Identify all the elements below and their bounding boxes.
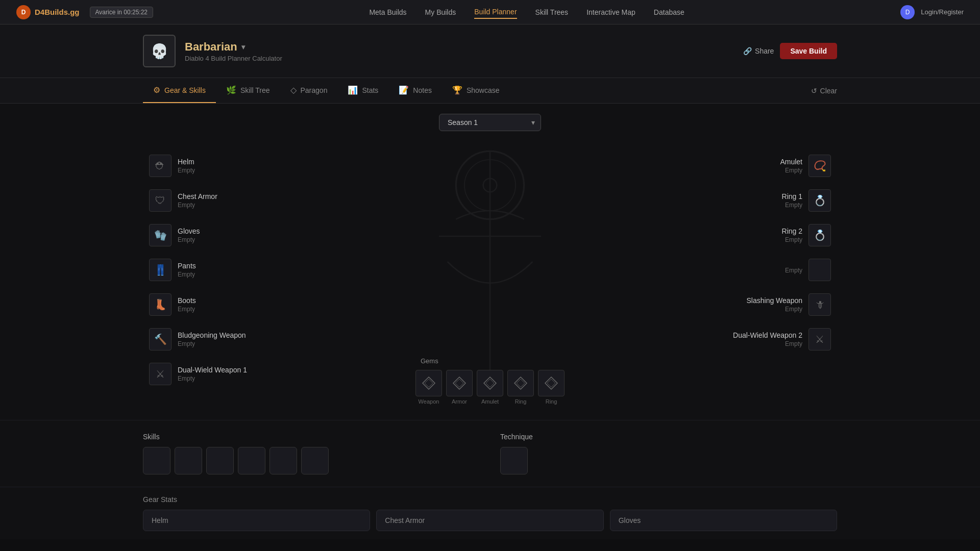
amulet-name: Amulet — [780, 158, 802, 166]
gem-amulet-label: Amulet — [481, 398, 499, 405]
character-subtitle: Diablo 4 Build Planner Calculator — [185, 55, 282, 62]
tab-stats[interactable]: 📊 Stats — [337, 78, 388, 103]
link-icon: 🔗 — [743, 47, 752, 55]
paragon-icon: ◇ — [290, 85, 297, 95]
gear-stats-title: Gear Stats — [143, 495, 837, 504]
tabs: ⚙ Gear & Skills 🌿 Skill Tree ◇ Paragon 📊… — [143, 78, 510, 103]
clear-icon: ↺ — [811, 87, 817, 95]
slot-gloves[interactable]: 🧤 Gloves Empty — [143, 219, 276, 252]
gem-amulet[interactable]: Amulet — [477, 370, 503, 405]
login-link[interactable]: Login/Register — [921, 8, 964, 16]
slot-helm[interactable]: ⛑ Helm Empty — [143, 149, 276, 182]
slot-amulet[interactable]: Amulet Empty 📿 — [704, 149, 837, 182]
notes-icon: 📝 — [399, 85, 409, 95]
stats-icon: 📊 — [348, 85, 358, 95]
gem-armor-label: Armor — [452, 398, 467, 405]
slot-bludgeoning-weapon[interactable]: 🔨 Bludgeoning Weapon Empty — [143, 323, 276, 356]
nav-build-planner[interactable]: Build Planner — [474, 6, 517, 19]
gem-weapon-label: Weapon — [419, 398, 439, 405]
bludgeoning-weapon-icon: 🔨 — [149, 328, 172, 350]
avarice-timer: Avarice in 00:25:22 — [90, 7, 154, 18]
slot-empty[interactable]: Empty — [704, 254, 837, 286]
gem-ring-1[interactable]: Ring — [507, 370, 534, 405]
right-slots: Amulet Empty 📿 Ring 1 Empty 💍 Ring 2 — [704, 144, 837, 410]
chevron-down-icon[interactable]: ▾ — [241, 43, 245, 51]
dual-wield-1-name: Dual-Wield Weapon 1 — [178, 366, 247, 374]
clear-button[interactable]: ↺ Clear — [811, 87, 837, 95]
save-build-button[interactable]: Save Build — [780, 43, 837, 59]
empty-slot-status: Empty — [785, 267, 802, 274]
ring-1-name: Ring 1 — [782, 192, 802, 201]
slot-slashing-weapon[interactable]: Slashing Weapon Empty 🗡 — [704, 288, 837, 321]
nav-my-builds[interactable]: My Builds — [425, 6, 456, 18]
gear-stat-helm: Helm — [143, 510, 370, 531]
technique-slot-1[interactable] — [500, 447, 528, 474]
skill-slots — [143, 447, 480, 474]
boots-status: Empty — [178, 306, 196, 313]
gem-armor[interactable]: Armor — [446, 370, 473, 405]
site-logo-icon: D — [16, 5, 31, 19]
slot-ring-1[interactable]: Ring 1 Empty 💍 — [704, 184, 837, 217]
gem-weapon[interactable]: Weapon — [415, 370, 442, 405]
tab-gear-skills[interactable]: ⚙ Gear & Skills — [143, 78, 216, 103]
technique-section: Technique — [500, 433, 837, 474]
skills-section: Skills — [143, 433, 480, 474]
share-button[interactable]: 🔗 Share — [743, 47, 774, 55]
gear-stats-grid: Helm Chest Armor Gloves — [143, 510, 837, 531]
pants-name: Pants — [178, 262, 196, 270]
nav-skill-trees[interactable]: Skill Trees — [535, 6, 569, 18]
gem-ring-2[interactable]: Ring — [538, 370, 565, 405]
nav-meta-builds[interactable]: Meta Builds — [369, 6, 406, 18]
skills-label: Skills — [143, 433, 480, 441]
gear-skills-icon: ⚙ — [153, 85, 160, 95]
season-select-wrapper: Season 1 Season 2 Season 3 Season 4 ▾ — [439, 114, 541, 131]
gems-area: Gems Weapon Armor — [415, 357, 565, 405]
tab-paragon[interactable]: ◇ Paragon — [280, 78, 338, 103]
skill-slot-3[interactable] — [206, 447, 234, 474]
avatar-icon: 💀 — [151, 43, 168, 60]
slot-chest-armor[interactable]: 🛡 Chest Armor Empty — [143, 184, 276, 217]
top-bar-left: D D4Builds.gg Avarice in 00:25:22 — [16, 5, 153, 19]
slot-ring-2[interactable]: Ring 2 Empty 💍 — [704, 219, 837, 252]
tab-skill-tree[interactable]: 🌿 Skill Tree — [216, 78, 280, 103]
character-info: Barbarian ▾ Diablo 4 Build Planner Calcu… — [185, 40, 282, 62]
character-avatar: 💀 — [143, 35, 176, 67]
gem-ring-1-label: Ring — [515, 398, 527, 405]
tab-showcase[interactable]: 🏆 Showcase — [442, 78, 510, 103]
skill-slot-2[interactable] — [175, 447, 202, 474]
season-select[interactable]: Season 1 Season 2 Season 3 Season 4 — [439, 114, 541, 131]
pants-icon: 👖 — [149, 259, 172, 281]
technique-slots — [500, 447, 837, 474]
nav-interactive-map[interactable]: Interactive Map — [586, 6, 635, 18]
slot-dual-wield-1[interactable]: ⚔ Dual-Wield Weapon 1 Empty — [143, 358, 276, 390]
skill-slot-6[interactable] — [301, 447, 329, 474]
showcase-icon: 🏆 — [452, 85, 462, 95]
chest-armor-icon: 🛡 — [149, 189, 172, 212]
gear-stat-chest-armor: Chest Armor — [376, 510, 603, 531]
boots-name: Boots — [178, 296, 196, 305]
bludgeoning-weapon-status: Empty — [178, 340, 246, 347]
slot-dual-wield-2[interactable]: Dual-Wield Weapon 2 Empty ⚔ — [704, 323, 837, 356]
gem-ring-2-icon — [538, 370, 565, 396]
pants-status: Empty — [178, 271, 196, 278]
amulet-status: Empty — [780, 167, 802, 174]
gloves-name: Gloves — [178, 227, 200, 235]
slot-pants[interactable]: 👖 Pants Empty — [143, 254, 276, 286]
skill-slot-1[interactable] — [143, 447, 170, 474]
helm-name: Helm — [178, 158, 195, 166]
profile-actions: 🔗 Share Save Build — [743, 43, 837, 59]
slot-boots[interactable]: 👢 Boots Empty — [143, 288, 276, 321]
gem-ring-1-icon — [507, 370, 534, 396]
discord-icon: D — [900, 5, 915, 19]
gloves-status: Empty — [178, 236, 200, 243]
dual-wield-2-name: Dual-Wield Weapon 2 — [733, 331, 802, 339]
boots-icon: 👢 — [149, 293, 172, 316]
nav-database[interactable]: Database — [654, 6, 684, 18]
ring-1-status: Empty — [782, 202, 802, 209]
dual-wield-2-status: Empty — [733, 340, 802, 347]
skill-slot-4[interactable] — [238, 447, 265, 474]
tab-notes[interactable]: 📝 Notes — [388, 78, 442, 103]
gem-amulet-icon — [477, 370, 503, 396]
skill-slot-5[interactable] — [270, 447, 297, 474]
dual-wield-1-status: Empty — [178, 375, 247, 382]
